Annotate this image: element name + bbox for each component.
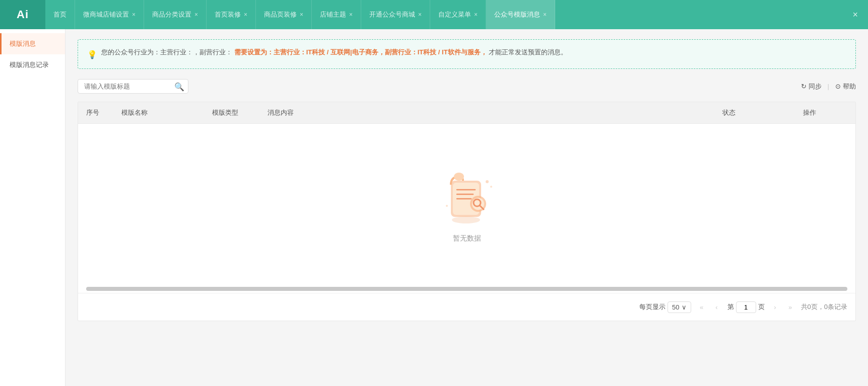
nav-tab-close-4[interactable]: × [300, 12, 303, 18]
table-header-col-4: 状态 [714, 102, 795, 123]
page-input-section: 第 页 [727, 301, 765, 313]
divider: | [828, 83, 829, 90]
empty-illustration [437, 166, 497, 226]
sync-icon: ↻ [801, 83, 807, 90]
page-nav-next: › » [769, 300, 797, 314]
nav-tab-1[interactable]: 微商城店铺设置× [75, 0, 144, 29]
page-number-input[interactable] [736, 301, 756, 313]
data-table: 序号模版名称模版类型消息内容状态操作 [78, 102, 856, 321]
page-size-value: 50 [672, 303, 679, 311]
nav-tab-8[interactable]: 公众号模版消息× [486, 0, 555, 29]
sync-button[interactable]: ↻ 同步 [801, 82, 822, 91]
notice-text: 您的公众号行业为：主营行业：，副营行业： 需要设置为：主营行业：IT科技 / 互… [101, 47, 567, 58]
nav-tabs: 首页微商城店铺设置×商品分类设置×首页装修×商品页装修×店铺主题×开通公众号商城… [45, 0, 850, 29]
table-header-col-3: 消息内容 [259, 102, 714, 123]
main-layout: 模版消息模版消息记录 💡 您的公众号行业为：主营行业：，副营行业： 需要设置为：… [0, 29, 868, 386]
bulb-icon: 💡 [87, 48, 97, 61]
sidebar-item-0[interactable]: 模版消息 [0, 33, 65, 54]
nav-tab-0[interactable]: 首页 [45, 0, 75, 29]
search-left: 🔍 [78, 79, 188, 94]
help-button[interactable]: ⊙ 帮助 [835, 82, 856, 91]
svg-point-0 [452, 216, 480, 223]
table-header-col-1: 模版名称 [113, 102, 204, 123]
page-label: 第 [727, 302, 734, 312]
svg-point-12 [490, 186, 492, 188]
global-close-button[interactable]: × [850, 8, 860, 22]
search-input-wrap: 🔍 [78, 79, 188, 94]
page-unit: 页 [758, 302, 765, 312]
notice-box: 💡 您的公众号行业为：主营行业：，副营行业： 需要设置为：主营行业：IT科技 /… [78, 39, 856, 69]
table-header-col-0: 序号 [78, 102, 113, 123]
nav-tab-6[interactable]: 开通公众号商城× [361, 0, 430, 29]
search-button[interactable]: 🔍 [174, 82, 184, 91]
empty-state: 暂无数据 [78, 124, 855, 285]
first-page-button[interactable]: « [695, 300, 708, 314]
table-header: 序号模版名称模版类型消息内容状态操作 [78, 102, 855, 124]
page-size-section: 每页显示 50 ∨ [639, 301, 691, 313]
nav-tab-close-7[interactable]: × [474, 12, 478, 18]
svg-point-11 [486, 180, 489, 183]
page-size-label: 每页显示 [639, 302, 665, 312]
nav-tab-2[interactable]: 商品分类设置× [144, 0, 207, 29]
nav-tab-close-5[interactable]: × [349, 12, 353, 18]
nav-tab-close-1[interactable]: × [132, 12, 136, 18]
nav-tab-5[interactable]: 店铺主题× [312, 0, 361, 29]
horizontal-scrollbar[interactable] [86, 287, 847, 291]
content-area: 💡 您的公众号行业为：主营行业：，副营行业： 需要设置为：主营行业：IT科技 /… [65, 29, 868, 386]
chevron-down-icon: ∨ [682, 303, 687, 311]
table-header-col-5: 操作 [795, 102, 855, 123]
prev-page-button[interactable]: ‹ [710, 300, 723, 314]
last-page-button[interactable]: » [784, 300, 797, 314]
nav-tab-close-2[interactable]: × [194, 12, 198, 18]
empty-text: 暂无数据 [453, 234, 481, 243]
nav-tab-close-8[interactable]: × [543, 12, 547, 18]
next-page-button[interactable]: › [769, 300, 782, 314]
pagination: 每页显示 50 ∨ « ‹ 第 页 › » [78, 293, 855, 321]
help-icon: ⊙ [835, 83, 841, 90]
page-nav: « ‹ [695, 300, 723, 314]
nav-tab-close-3[interactable]: × [244, 12, 247, 18]
nav-tab-4[interactable]: 商品页装修× [256, 0, 312, 29]
sidebar-item-1[interactable]: 模版消息记录 [0, 54, 65, 75]
nav-tab-3[interactable]: 首页装修× [207, 0, 256, 29]
search-bar: 🔍 ↻ 同步 | ⊙ 帮助 [78, 79, 856, 94]
svg-point-13 [446, 205, 448, 207]
page-size-select[interactable]: 50 ∨ [667, 301, 691, 313]
svg-point-6 [454, 173, 464, 181]
search-right: ↻ 同步 | ⊙ 帮助 [801, 82, 856, 91]
nav-tab-close-6[interactable]: × [418, 12, 422, 18]
table-header-col-2: 模版类型 [204, 102, 259, 123]
logo: Ai [0, 0, 45, 29]
top-nav: Ai 首页微商城店铺设置×商品分类设置×首页装修×商品页装修×店铺主题×开通公众… [0, 0, 868, 29]
nav-tab-7[interactable]: 自定义菜单× [430, 0, 486, 29]
sidebar: 模版消息模版消息记录 [0, 29, 65, 386]
search-input[interactable] [78, 79, 188, 94]
total-info: 共0页，0条记录 [801, 302, 847, 312]
